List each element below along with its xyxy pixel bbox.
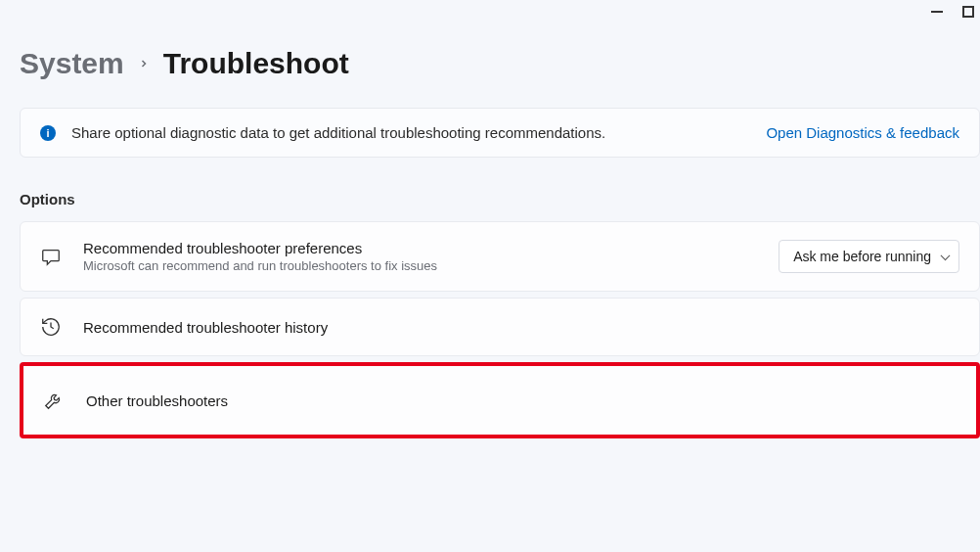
- card-title: Other troubleshooters: [86, 392, 957, 409]
- banner-text: Share optional diagnostic data to get ad…: [71, 124, 750, 141]
- troubleshooter-history-card[interactable]: Recommended troubleshooter history: [20, 298, 980, 356]
- other-troubleshooters-card[interactable]: Other troubleshooters: [20, 362, 980, 438]
- card-title: Recommended troubleshooter preferences: [83, 240, 757, 256]
- info-icon: i: [40, 125, 56, 141]
- select-value: Ask me before running: [793, 249, 931, 264]
- history-icon: [40, 316, 62, 338]
- maximize-button[interactable]: [962, 6, 974, 18]
- window-controls: [931, 6, 974, 18]
- breadcrumb: System Troubleshoot: [0, 0, 980, 108]
- diagnostics-banner: i Share optional diagnostic data to get …: [20, 108, 980, 158]
- card-body: Recommended troubleshooter history: [83, 319, 959, 336]
- chat-icon: [40, 246, 62, 267]
- breadcrumb-current: Troubleshoot: [163, 47, 349, 80]
- minimize-button[interactable]: [931, 11, 943, 13]
- open-diagnostics-link[interactable]: Open Diagnostics & feedback: [766, 124, 959, 141]
- recommended-prefs-card[interactable]: Recommended troubleshooter preferences M…: [20, 221, 980, 292]
- card-subtitle: Microsoft can recommend and run troubles…: [83, 258, 757, 273]
- breadcrumb-parent[interactable]: System: [20, 47, 124, 80]
- card-title: Recommended troubleshooter history: [83, 319, 959, 336]
- wrench-icon: [43, 390, 65, 411]
- chevron-right-icon: [138, 54, 150, 74]
- card-body: Other troubleshooters: [86, 392, 957, 409]
- options-label: Options: [0, 158, 980, 221]
- prefs-select[interactable]: Ask me before running: [779, 240, 959, 273]
- card-body: Recommended troubleshooter preferences M…: [83, 240, 757, 273]
